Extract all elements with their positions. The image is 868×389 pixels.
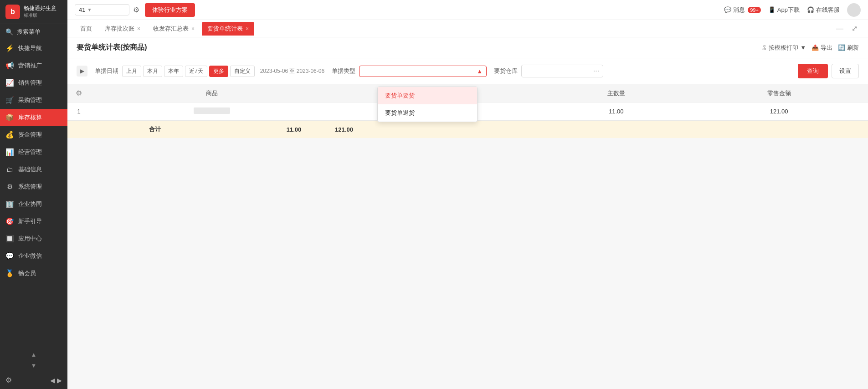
warehouse-dots-icon: ···: [593, 67, 599, 75]
basic-icon: 🗂: [5, 166, 14, 174]
cell-product: [90, 102, 334, 120]
tabs-end: — ⤢: [833, 22, 861, 35]
tab-home[interactable]: 首页: [75, 22, 98, 36]
cell-quantity: 11.00: [542, 102, 690, 120]
tab-inventory-batch[interactable]: 库存批次账 ×: [99, 22, 146, 36]
sidebar-item-wechat[interactable]: 💬 企业微信: [0, 247, 67, 265]
sidebar-scroll-down[interactable]: ▼: [0, 360, 67, 371]
page-title: 要货单统计表(按商品): [77, 43, 147, 58]
warehouse-select[interactable]: ···: [521, 65, 603, 77]
company-select[interactable]: 41 ▼: [75, 4, 129, 15]
date-this-month-btn[interactable]: 本月: [143, 66, 162, 77]
sidebar-item-inventory[interactable]: 📦 库存核算: [0, 109, 67, 126]
app-icon: 📱: [768, 6, 776, 13]
inventory-icon: 📦: [5, 113, 14, 122]
sidebar-search[interactable]: 🔍 搜索菜单: [0, 24, 67, 40]
date-last-7days-btn[interactable]: 近7天: [185, 66, 207, 77]
tabs-bar: 首页 库存批次账 × 收发存汇总表 × 要货单统计表 × — ⤢: [67, 20, 868, 37]
type-filter-group: 单据类型 ▲: [332, 66, 487, 77]
sidebar-item-sales[interactable]: 📈 销售管理: [0, 74, 67, 92]
date-filter-group: 单据日期 上月 本月 本年 近7天 更多 自定义 2023-05-06 至 20…: [95, 66, 324, 77]
sidebar-scroll-up[interactable]: ▲: [0, 349, 67, 360]
sidebar-item-purchase[interactable]: 🛒 采购管理: [0, 92, 67, 109]
filter-area: ▶ 单据日期 上月 本月 本年 近7天 更多 自定义 2023-05-06 至 …: [67, 58, 868, 84]
settings-icon[interactable]: ⚙: [5, 376, 12, 384]
filter-toggle-btn[interactable]: ▶: [77, 66, 87, 77]
page-header-actions: 🖨 按模板打印 ▼ 📤 导出 🔄 刷新: [761, 44, 859, 57]
sidebar-item-app-center[interactable]: 🔲 应用中心: [0, 230, 67, 247]
app-logo-icon: b: [5, 5, 20, 19]
search-icon: 🔍: [5, 28, 13, 36]
tab-maximize-btn[interactable]: ⤢: [848, 22, 861, 35]
tab-receivable-summary[interactable]: 收发存汇总表 ×: [148, 22, 200, 36]
sidebar-logo: b 畅捷通好生意 标准版: [0, 0, 67, 24]
print-icon: 🖨: [761, 44, 767, 51]
tab-minimize-btn[interactable]: —: [833, 22, 846, 35]
message-icon: 💬: [724, 6, 731, 13]
sidebar-item-operations[interactable]: 📊 经营管理: [0, 143, 67, 161]
topbar-gear-icon[interactable]: ⚙: [133, 5, 139, 14]
trial-btn[interactable]: 体验行业方案: [145, 3, 195, 17]
type-select-arrow-icon: ▲: [477, 68, 483, 75]
date-last-month-btn[interactable]: 上月: [122, 66, 141, 77]
messages-btn[interactable]: 💬 消息 99+: [724, 6, 761, 14]
tab-close-receivable-summary[interactable]: ×: [191, 26, 195, 32]
date-custom-btn[interactable]: 自定义: [230, 66, 255, 77]
sidebar-item-finance[interactable]: 💰 资金管理: [0, 126, 67, 143]
warehouse-filter-label: 要货仓库: [494, 67, 518, 75]
member-icon: 🏅: [5, 269, 14, 277]
refresh-icon: 🔄: [838, 44, 845, 51]
sidebar-item-guide[interactable]: 🎯 新手引导: [0, 213, 67, 230]
service-icon: 🎧: [807, 6, 814, 13]
col-quantity: 主数量: [542, 84, 690, 102]
product-placeholder: [194, 107, 230, 114]
sidebar-item-quick-nav[interactable]: ⚡ 快捷导航: [0, 40, 67, 57]
col-amount: 零售金额: [690, 84, 868, 102]
table-gear-icon[interactable]: ⚙: [76, 89, 82, 97]
tab-requisition-stat[interactable]: 要货单统计表 ×: [202, 22, 254, 36]
app-center-icon: 🔲: [5, 235, 14, 243]
dropdown-item-req-return[interactable]: 要货单退货: [378, 104, 477, 122]
row-num: 1: [67, 102, 90, 120]
tab-close-requisition-stat[interactable]: ×: [246, 26, 249, 32]
type-select[interactable]: ▲: [359, 66, 487, 77]
topbar: 41 ▼ ⚙ 体验行业方案 💬 消息 99+ 📱 App下载 🎧 在线客服: [67, 0, 868, 20]
filter-actions: 查询 设置: [798, 64, 859, 78]
export-icon: 📤: [812, 44, 819, 51]
sidebar-footer: ⚙ ◀ ▶: [0, 371, 67, 389]
col-settings[interactable]: ⚙: [67, 84, 90, 102]
sidebar-item-system[interactable]: ⚙ 系统管理: [0, 178, 67, 195]
type-dropdown: 要货单要货 要货单退货: [377, 87, 478, 122]
sidebar-item-marketing[interactable]: 📢 营销推广: [0, 57, 67, 74]
quick-nav-icon: ⚡: [5, 44, 14, 52]
refresh-btn[interactable]: 🔄 刷新: [838, 44, 859, 52]
online-service-btn[interactable]: 🎧 在线客服: [807, 6, 840, 14]
sidebar-logo-text: 畅捷通好生意 标准版: [24, 5, 56, 19]
user-avatar[interactable]: [847, 3, 861, 17]
footer-total-amount: 121.00: [319, 126, 369, 133]
col-product: 商品: [90, 84, 334, 102]
sidebar-item-member[interactable]: 🏅 畅会员: [0, 265, 67, 282]
tab-close-inventory-batch[interactable]: ×: [137, 26, 140, 32]
enterprise-icon: 🏢: [5, 200, 14, 208]
operations-icon: 📊: [5, 148, 14, 156]
warehouse-filter-group: 要货仓库 ···: [494, 65, 603, 77]
guide-icon: 🎯: [5, 217, 14, 225]
sidebar-item-basic[interactable]: 🗂 基础信息: [0, 161, 67, 178]
print-btn[interactable]: 🖨 按模板打印 ▼: [761, 44, 806, 52]
settings-btn[interactable]: 设置: [832, 64, 859, 78]
date-this-year-btn[interactable]: 本年: [164, 66, 183, 77]
app-download-btn[interactable]: 📱 App下载: [768, 6, 800, 14]
date-range-display: 2023-05-06 至 2023-06-06: [260, 67, 324, 75]
sidebar-nav: ⚡ 快捷导航 📢 营销推广 📈 销售管理 🛒 采购管理 📦 库存核算 💰 资金管…: [0, 40, 67, 349]
dropdown-item-req-goods[interactable]: 要货单要货: [378, 87, 477, 104]
date-more-btn[interactable]: 更多: [209, 66, 228, 77]
date-btns: 上月 本月 本年 近7天 更多 自定义: [122, 66, 255, 77]
cell-amount: 121.00: [690, 102, 868, 120]
collapse-icon[interactable]: ◀ ▶: [50, 377, 62, 384]
export-btn[interactable]: 📤 导出: [812, 44, 832, 52]
search-btn[interactable]: 查询: [798, 64, 828, 78]
wechat-icon: 💬: [5, 252, 14, 260]
sidebar-item-enterprise[interactable]: 🏢 企业协同: [0, 195, 67, 213]
select-arrow-icon: ▼: [87, 7, 92, 12]
